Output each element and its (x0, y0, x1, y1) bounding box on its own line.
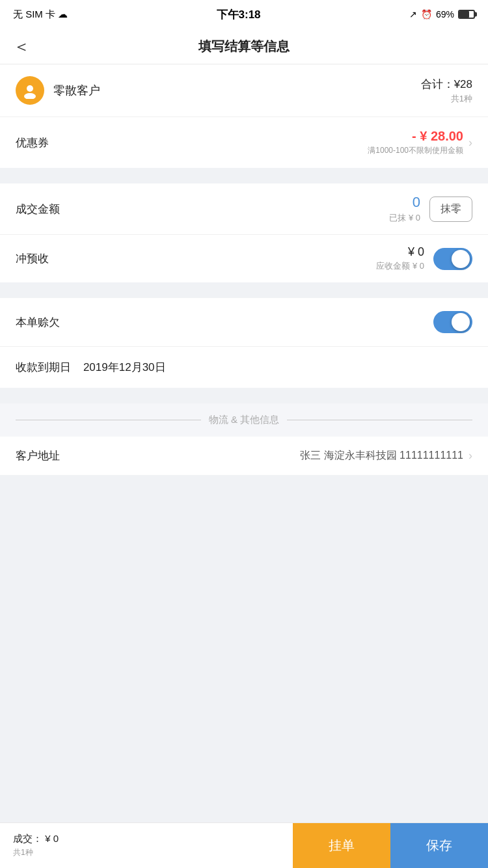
logistics-line: 物流 & 其他信息 (16, 414, 472, 426)
debt-section: 本单赊欠 收款到期日 2019年12月30日 (0, 298, 488, 388)
debt-toggle[interactable] (433, 311, 472, 333)
status-time: 下午3:18 (217, 7, 261, 22)
advance-label: 冲预收 (16, 251, 49, 266)
divider-3 (0, 396, 488, 403)
coupon-desc: 满1000-100不限制使用金额 (368, 145, 463, 156)
advance-main-value: ¥ 0 (376, 245, 424, 259)
advance-right: ¥ 0 应收金额 ¥ 0 (376, 245, 472, 272)
nav-bar: ＜ 填写结算等信息 (0, 29, 488, 64)
status-right: ↗ ⏰ 69% (409, 9, 475, 20)
divider-1 (0, 176, 488, 183)
alarm-icon: ⏰ (421, 9, 432, 20)
due-date-row: 收款到期日 2019年12月30日 (0, 346, 488, 388)
total-amount: 合计：¥28 (421, 77, 472, 92)
debt-label: 本单赊欠 (16, 315, 60, 330)
transaction-sub: 已抹 ¥ 0 (389, 212, 420, 224)
chevron-right-icon: › (468, 136, 472, 150)
debt-toggle-knob (452, 313, 470, 331)
direction-icon: ↗ (409, 9, 417, 20)
save-button[interactable]: 保存 (390, 823, 488, 868)
advance-toggle[interactable] (433, 248, 472, 270)
transaction-row: 成交金额 0 已抹 ¥ 0 抹零 (0, 183, 488, 235)
coupon-row[interactable]: 优惠券 - ¥ 28.00 满1000-100不限制使用金额 › (0, 116, 488, 168)
transaction-amount: 0 (389, 194, 420, 211)
customer-name: 零散客户 (53, 83, 100, 98)
bottom-info: 成交： ¥ 0 共1种 (0, 823, 293, 868)
advance-row: 冲预收 ¥ 0 应收金额 ¥ 0 (0, 235, 488, 282)
battery-label: 69% (436, 9, 454, 20)
address-chevron-icon: › (468, 449, 472, 463)
transaction-right: 0 已抹 ¥ 0 抹零 (389, 194, 472, 224)
status-bar: 无 SIM 卡 ☁ 下午3:18 ↗ ⏰ 69% (0, 0, 488, 29)
customer-info: 零散客户 (16, 76, 100, 105)
customer-row: 零散客户 合计：¥28 共1种 (0, 64, 488, 116)
address-value: 张三 海淀永丰科技园 11111111111 (73, 449, 463, 463)
transaction-label: 成交金额 (16, 202, 60, 217)
due-date-content: 收款到期日 2019年12月30日 (16, 361, 166, 373)
advance-sub-value: 应收金额 ¥ 0 (376, 260, 424, 272)
battery-icon (458, 10, 475, 19)
advance-amounts: ¥ 0 应收金额 ¥ 0 (376, 245, 424, 272)
debt-row: 本单赊欠 (0, 298, 488, 346)
address-row[interactable]: 客户地址 张三 海淀永丰科技园 11111111111 › (0, 437, 488, 475)
toggle-knob (452, 250, 470, 268)
sim-label: 无 SIM 卡 ☁ (13, 8, 68, 21)
logistics-title: 物流 & 其他信息 (209, 414, 279, 426)
round-zero-button[interactable]: 抹零 (429, 197, 472, 222)
divider-2 (0, 290, 488, 298)
bottom-deal-amount: 成交： ¥ 0 (13, 833, 280, 845)
total-count: 共1种 (421, 93, 472, 105)
transaction-section: 成交金额 0 已抹 ¥ 0 抹零 冲预收 ¥ 0 应收金额 ¥ 0 (0, 183, 488, 282)
svg-point-0 (27, 85, 33, 92)
address-label: 客户地址 (16, 448, 60, 463)
due-date-value: 2019年12月30日 (83, 361, 166, 373)
svg-point-1 (24, 93, 36, 99)
logistics-section: 物流 & 其他信息 (0, 403, 488, 437)
due-date-label: 收款到期日 (16, 361, 71, 373)
empty-space (0, 483, 488, 613)
avatar (16, 76, 44, 105)
customer-total: 合计：¥28 共1种 (421, 77, 472, 105)
address-section: 客户地址 张三 海淀永丰科技园 11111111111 › (0, 437, 488, 475)
coupon-label: 优惠券 (16, 135, 49, 150)
coupon-amount: - ¥ 28.00 (368, 129, 463, 144)
status-left: 无 SIM 卡 ☁ (13, 8, 68, 21)
bottom-deal-count: 共1种 (13, 847, 280, 858)
coupon-right: - ¥ 28.00 满1000-100不限制使用金额 › (368, 129, 472, 156)
bottom-bar: 成交： ¥ 0 共1种 挂单 保存 (0, 822, 488, 868)
coupon-value-wrap: - ¥ 28.00 满1000-100不限制使用金额 (368, 129, 463, 156)
hold-order-button[interactable]: 挂单 (293, 823, 390, 868)
transaction-amount-wrap: 0 已抹 ¥ 0 (389, 194, 420, 224)
customer-section: 零散客户 合计：¥28 共1种 优惠券 - ¥ 28.00 满1000-100不… (0, 64, 488, 168)
back-button[interactable]: ＜ (13, 35, 30, 58)
page-title: 填写结算等信息 (198, 38, 290, 55)
